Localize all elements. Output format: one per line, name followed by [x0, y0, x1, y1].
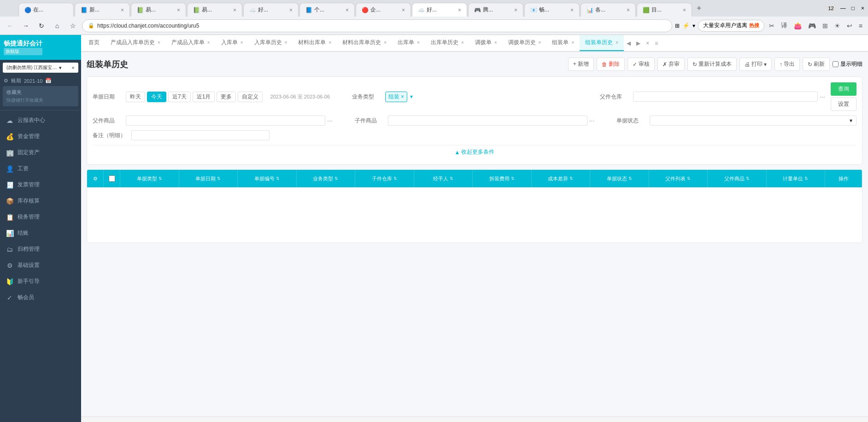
horizontal-scrollbar[interactable]: [81, 416, 868, 422]
minimize-button[interactable]: —: [838, 5, 849, 12]
tab-home[interactable]: 首页: [83, 35, 105, 51]
tab-material-out[interactable]: 材料出库单 ×: [293, 35, 337, 51]
sidebar-item-fixed-assets[interactable]: 🏢 固定资产: [0, 145, 81, 161]
export-button[interactable]: ↑ 导出: [774, 58, 800, 71]
tab-assembly-history-close[interactable]: ×: [616, 40, 618, 45]
parent-goods-input[interactable]: [126, 116, 325, 126]
undo-tool[interactable]: ↩: [845, 21, 854, 30]
sidebar-item-tax-mgmt[interactable]: 📋 税务管理: [0, 209, 81, 225]
company-selector[interactable]: (勿删勿禁用) 江西服宝测试专用 ▾ +: [3, 63, 78, 73]
settings-icon[interactable]: ⚙: [4, 78, 8, 84]
browser-tab-8[interactable]: ☁️ 好... ×: [412, 3, 467, 17]
tab-transfer-history[interactable]: 调拨单历史 ×: [503, 35, 547, 51]
recalculate-button[interactable]: ↻ 重新计算成本: [687, 58, 737, 71]
cut-tool[interactable]: ✂: [767, 21, 776, 30]
th-disassemble-fee[interactable]: 拆装费用 ⇅: [473, 170, 532, 187]
sidebar-item-member[interactable]: ✓ 畅会员: [0, 289, 81, 306]
tab-product-in-history-close[interactable]: ×: [158, 40, 160, 45]
game-tool[interactable]: 🎮: [806, 21, 818, 30]
tab-assembly-history[interactable]: 组装单历史 ×: [580, 35, 624, 51]
tab-out-order-history-close[interactable]: ×: [461, 40, 464, 45]
browser-tab-2[interactable]: 📘 新... ×: [75, 3, 130, 17]
date-btn-today[interactable]: 今天: [147, 92, 166, 102]
new-tab-button[interactable]: +: [693, 4, 705, 13]
tabs-prev-btn[interactable]: ◀: [624, 38, 633, 48]
tab-transfer-history-close[interactable]: ×: [539, 40, 541, 45]
business-type-dropdown[interactable]: ▾: [410, 93, 413, 100]
tabs-next-btn[interactable]: ▶: [633, 38, 643, 48]
th-handler[interactable]: 经手人 ⇅: [414, 170, 473, 187]
th-biz-type[interactable]: 业务类型 ⇅: [297, 170, 356, 187]
th-child-warehouse[interactable]: 子件仓库 ⇅: [355, 170, 414, 187]
add-company-icon[interactable]: +: [72, 65, 75, 70]
show-detail-checkbox[interactable]: [833, 61, 839, 67]
tab-in-order[interactable]: 入库单 ×: [216, 35, 249, 51]
audit-button[interactable]: ✓ 审核: [628, 58, 655, 71]
tabs-close-btn[interactable]: ×: [643, 38, 652, 48]
browser-tab-1[interactable]: 🔵 在...: [18, 3, 74, 17]
print-button[interactable]: 🖨 打印 ▾: [739, 58, 772, 71]
tab-out-order-close[interactable]: ×: [417, 40, 420, 45]
parent-warehouse-input[interactable]: [633, 92, 818, 102]
tab-material-out-close[interactable]: ×: [328, 40, 331, 45]
maximize-button[interactable]: □: [849, 5, 857, 12]
th-order-status[interactable]: 单据状态 ⇅: [590, 170, 649, 187]
tab-out-order[interactable]: 出库单 ×: [392, 35, 425, 51]
parent-goods-more[interactable]: ···: [327, 117, 333, 124]
sidebar-item-settlement[interactable]: 📊 结账: [0, 225, 81, 241]
show-detail-toggle[interactable]: 显示明细: [833, 60, 862, 68]
browser-tab-5[interactable]: ☁️ 好... ×: [243, 3, 299, 17]
sidebar-item-basic-settings[interactable]: ⚙ 基础设置: [0, 257, 81, 273]
tab-material-out-history-close[interactable]: ×: [384, 40, 387, 45]
brightness-tool[interactable]: ☀: [833, 21, 842, 30]
sidebar-item-fund-mgmt[interactable]: 💰 资金管理: [0, 128, 81, 145]
sidebar-item-guide[interactable]: 🔰 新手引导: [0, 273, 81, 289]
add-button[interactable]: + 新增: [568, 58, 594, 71]
lightning-icon[interactable]: ⚡: [682, 22, 690, 29]
th-parent-goods[interactable]: 父件商品 ⇅: [708, 170, 767, 187]
tab-assembly[interactable]: 组装单 ×: [546, 35, 580, 51]
tab-material-out-history[interactable]: 材料出库单历史 ×: [337, 35, 392, 51]
bookmark-button[interactable]: ☆: [66, 19, 79, 32]
back-button[interactable]: ←: [4, 19, 17, 32]
tab-transfer[interactable]: 调拨单 ×: [469, 35, 503, 51]
th-unit[interactable]: 计量单位 ⇅: [767, 170, 826, 187]
th-order-no[interactable]: 单据编号 ⇅: [238, 170, 297, 187]
tab-transfer-close[interactable]: ×: [494, 40, 497, 45]
date-btn-yesterday[interactable]: 昨天: [126, 92, 145, 102]
filter-collapse-btn[interactable]: ▲ 收起更多条件: [93, 145, 856, 159]
tab-product-in-history[interactable]: 产成品入库单历史 ×: [105, 35, 166, 51]
date-btn-1month[interactable]: 近1月: [193, 92, 215, 102]
th-parent-list[interactable]: 父件列表 ⇅: [649, 170, 708, 187]
abandon-button[interactable]: ✗ 弃审: [657, 58, 685, 71]
date-btn-7days[interactable]: 近7天: [168, 92, 191, 102]
browser-tab-9[interactable]: 🎮 腾... ×: [468, 3, 523, 17]
th-checkbox[interactable]: [104, 170, 120, 187]
remarks-input[interactable]: [131, 130, 270, 140]
address-bar[interactable]: 🔒 https://cloud.chanjet.com/accounting/u…: [82, 19, 672, 32]
tab-in-order-close[interactable]: ×: [240, 40, 243, 45]
browser-tab-10[interactable]: 📧 畅... ×: [524, 3, 580, 17]
tabs-menu-btn[interactable]: ≡: [652, 38, 661, 48]
calendar-icon[interactable]: 📅: [45, 78, 52, 84]
browser-tab-7[interactable]: 🔴 企... ×: [356, 3, 411, 17]
reload-button[interactable]: ↻: [35, 19, 48, 32]
forward-button[interactable]: →: [19, 19, 32, 32]
business-type-tag-remove[interactable]: ×: [401, 93, 404, 100]
home-button[interactable]: ⌂: [51, 19, 64, 32]
date-btn-custom[interactable]: 自定义: [238, 92, 263, 102]
select-all-checkbox[interactable]: [109, 175, 115, 182]
bookmarks-hint[interactable]: 快捷键打开收藏夹: [6, 97, 75, 104]
query-button[interactable]: 查询: [831, 82, 856, 96]
order-status-select[interactable]: ▾: [650, 116, 856, 126]
tab-in-order-history-close[interactable]: ×: [285, 40, 287, 45]
tab-product-in-close[interactable]: ×: [207, 40, 210, 45]
tab-count-badge[interactable]: 12: [824, 6, 837, 11]
wallet-tool[interactable]: 👛: [792, 21, 803, 30]
sidebar-item-archive-mgmt[interactable]: 🗂 归档管理: [0, 241, 81, 257]
browser-apps-icon[interactable]: ⊞: [675, 23, 680, 29]
delete-button[interactable]: 🗑 删除: [597, 58, 625, 71]
search-box[interactable]: 大量安卓用户逃离 热搜: [698, 20, 764, 32]
browser-tab-12[interactable]: 🟩 目... ×: [637, 3, 692, 17]
browser-tab-3[interactable]: 📗 易... ×: [131, 3, 186, 17]
